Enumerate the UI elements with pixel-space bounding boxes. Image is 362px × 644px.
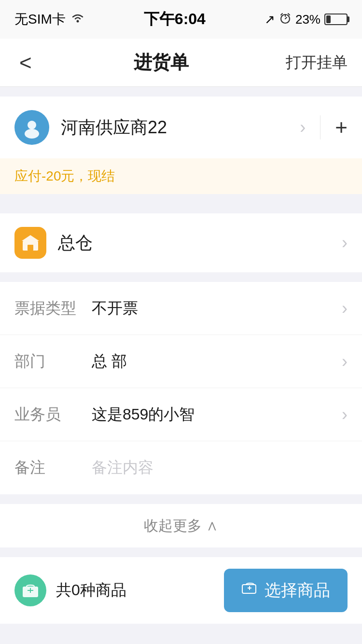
form-section: 票据类型 不开票 › 部门 总 部 › 业务员 这是859的小智 › 备注 备注… [0, 282, 362, 494]
salesman-chevron-icon: › [342, 405, 348, 425]
page-title: 进货单 [134, 50, 189, 75]
svg-point-3 [25, 129, 39, 139]
department-chevron-icon: › [342, 351, 348, 372]
open-pending-button[interactable]: 打开挂单 [286, 52, 348, 73]
remarks-row[interactable]: 备注 备注内容 [0, 441, 362, 494]
supplier-avatar [14, 110, 49, 145]
supplier-section: 河南供应商22 › + 应付-20元，现结 [0, 97, 362, 194]
svg-point-2 [28, 121, 36, 129]
cart-icon [241, 581, 259, 600]
product-count-area: 共0种商品 [14, 574, 126, 606]
remarks-label: 备注 [14, 457, 82, 478]
supplier-name: 河南供应商22 [61, 116, 300, 140]
status-time: 下午6:04 [144, 9, 206, 30]
remarks-input[interactable]: 备注内容 [82, 457, 348, 478]
collapse-button[interactable]: 收起更多 ∧ [0, 504, 362, 547]
supplier-row[interactable]: 河南供应商22 › + [0, 97, 362, 158]
back-button[interactable]: < [14, 46, 37, 80]
battery-percentage: 23% [295, 12, 320, 27]
select-product-button[interactable]: 选择商品 [224, 569, 348, 612]
salesman-label: 业务员 [14, 404, 82, 425]
department-row[interactable]: 部门 总 部 › [0, 335, 362, 388]
page-background [0, 624, 362, 644]
svg-marker-5 [22, 235, 39, 241]
section-gap-2 [0, 194, 362, 204]
battery-icon [324, 14, 348, 25]
product-count-icon [14, 574, 46, 606]
invoice-chevron-icon: › [342, 298, 348, 319]
collapse-label: 收起更多 ∧ [144, 516, 218, 536]
section-gap-1 [0, 87, 362, 97]
select-product-label: 选择商品 [265, 579, 330, 602]
invoice-type-row[interactable]: 票据类型 不开票 › [0, 282, 362, 335]
status-bar: 无SIM卡 下午6:04 ↗ 23% [0, 0, 362, 39]
department-value: 总 部 [82, 351, 342, 372]
svg-point-0 [76, 20, 79, 23]
nav-bar: < 进货单 打开挂单 [0, 39, 362, 87]
invoice-value: 不开票 [82, 298, 342, 319]
alarm-icon [279, 11, 292, 28]
department-label: 部门 [14, 351, 82, 372]
bottom-bar: 共0种商品 选择商品 [0, 557, 362, 624]
warehouse-name: 总仓 [58, 231, 342, 255]
svg-rect-6 [28, 245, 33, 251]
carrier-text: 无SIM卡 [14, 10, 66, 28]
invoice-label: 票据类型 [14, 298, 82, 319]
warehouse-row[interactable]: 总仓 › [0, 213, 362, 272]
wifi-icon [70, 12, 85, 27]
notice-text: 应付-20元，现结 [14, 168, 115, 183]
supplier-chevron-icon: › [300, 117, 306, 138]
divider [320, 115, 320, 140]
warehouse-icon [14, 227, 46, 259]
notice-banner: 应付-20元，现结 [0, 158, 362, 194]
warehouse-chevron-icon: › [342, 233, 348, 253]
product-count-text: 共0种商品 [56, 580, 126, 601]
status-carrier: 无SIM卡 [14, 10, 85, 28]
salesman-row[interactable]: 业务员 这是859的小智 › [0, 388, 362, 441]
status-right: ↗ 23% [265, 11, 348, 28]
location-icon: ↗ [265, 12, 275, 27]
add-supplier-button[interactable]: + [330, 115, 348, 140]
salesman-value: 这是859的小智 [82, 404, 342, 425]
